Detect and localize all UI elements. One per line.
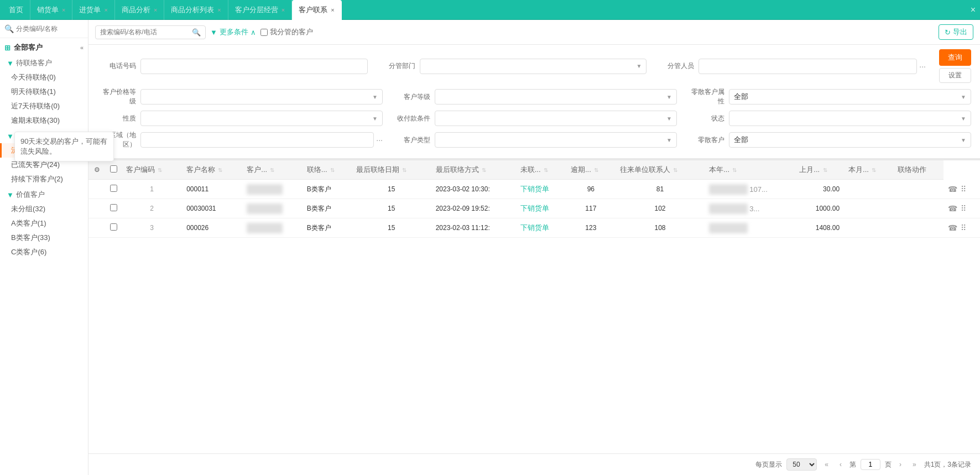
sidebar-item-today-contact[interactable]: 今天待联络(0) <box>0 70 88 85</box>
row-last-date-2: 2023-02-03 11:12: <box>431 218 516 238</box>
sidebar-section-pending[interactable]: ▼ 待联络客户 <box>0 55 88 70</box>
tab-close-product-list[interactable]: × <box>217 7 221 13</box>
sidebar-section-value[interactable]: ▼ 价值客户 <box>0 186 88 202</box>
per-page-select[interactable]: 50 100 <box>786 458 817 471</box>
filter-search-button[interactable]: 🔍 <box>192 28 201 36</box>
sort-icon-name[interactable]: ⇅ <box>218 167 222 173</box>
zero-customer-select[interactable]: 全部 ▼ <box>729 132 971 148</box>
gender-select[interactable]: ▼ <box>140 111 383 126</box>
my-customers-check[interactable] <box>260 29 268 36</box>
tab-sales-order[interactable]: 销货单 × <box>30 0 72 20</box>
row-contact-person-2 <box>705 218 795 238</box>
data-table: ⚙ 客户编码 ⇅ 客户名称 ⇅ 客户... <box>88 160 980 238</box>
row-code-1[interactable]: 00030031 <box>182 199 242 218</box>
row-checkbox-0[interactable] <box>110 185 117 192</box>
row-code-2[interactable]: 000026 <box>182 218 242 238</box>
sidebar-item-ungrouped[interactable]: 未分组(32) <box>0 202 88 216</box>
row-action-contact-0[interactable]: ☎ <box>948 185 957 194</box>
sort-icon-this-month[interactable]: ⇅ <box>872 167 876 173</box>
next-page-button[interactable]: › <box>896 460 905 469</box>
tab-customer-contact[interactable]: 客户联系 × <box>292 0 341 20</box>
customer-grade-select[interactable]: ▼ <box>435 89 677 105</box>
sort-icon-contact-count[interactable]: ⇅ <box>330 167 335 173</box>
row-action-contact-1[interactable]: ☎ <box>948 204 957 213</box>
row-last-way-0[interactable]: 下销货单 <box>516 180 566 199</box>
col-header-last-date: 最后联络日期 ⇅ <box>352 160 431 180</box>
tab-close-purchase[interactable]: × <box>104 7 107 13</box>
more-conditions-button[interactable]: ▼ 更多条件 ∧ <box>210 27 256 37</box>
settings-column-header[interactable]: ⚙ <box>88 160 105 180</box>
row-type-2: B类客户 <box>303 218 352 238</box>
payment-select[interactable]: ▼ <box>435 111 677 126</box>
sort-icon-contact-person[interactable]: ⇅ <box>673 167 677 173</box>
dept-select[interactable]: ▼ <box>420 59 647 74</box>
tab-product-list[interactable]: 商品分析列表 × <box>164 0 228 20</box>
first-page-button[interactable]: « <box>821 460 832 469</box>
row-code-0[interactable]: 000011 <box>182 180 242 199</box>
row-action-more-0[interactable]: ⠿ <box>961 185 966 194</box>
region-select[interactable] <box>140 132 374 148</box>
sidebar-item-class-c[interactable]: C类客户(6) <box>0 245 88 259</box>
sort-icon-last-way[interactable]: ⇅ <box>482 167 486 173</box>
sidebar-item-declining[interactable]: 持续下滑客户(2) <box>0 172 88 186</box>
my-customers-checkbox[interactable]: 我分管的客户 <box>260 27 313 37</box>
filter-icon: ▼ <box>210 28 217 36</box>
data-table-wrapper: ⚙ 客户编码 ⇅ 客户名称 ⇅ 客户... <box>88 160 980 453</box>
filter-dept: 分管部门 ▼ <box>377 59 647 74</box>
table-header-row: ⚙ 客户编码 ⇅ 客户名称 ⇅ 客户... <box>88 160 980 180</box>
sidebar-item-class-b[interactable]: B类客户(33) <box>0 231 88 245</box>
region-more-icon[interactable]: ··· <box>376 135 383 144</box>
row-action-more-2[interactable]: ⠿ <box>961 223 966 232</box>
page-number-input[interactable] <box>861 459 880 470</box>
window-close-button[interactable]: × <box>971 5 976 15</box>
last-page-button[interactable]: » <box>909 460 920 469</box>
row-action-more-1[interactable]: ⠿ <box>961 204 966 213</box>
tab-customer-tier[interactable]: 客户分层经营 × <box>228 0 292 20</box>
row-uncontact-2: 123 <box>566 218 616 238</box>
sort-icon-uncontact[interactable]: ⇅ <box>544 167 548 173</box>
tab-close-customer-contact[interactable]: × <box>331 7 334 13</box>
customer-type-select[interactable]: ▼ <box>435 132 677 148</box>
select-all-checkbox[interactable] <box>110 165 117 173</box>
sort-icon-overdue[interactable]: ⇅ <box>594 167 598 173</box>
gender-arrow: ▼ <box>372 116 378 122</box>
tab-home[interactable]: 首页 <box>4 0 30 20</box>
tab-close-sales[interactable]: × <box>62 7 65 13</box>
row-last-way-1[interactable]: 下销货单 <box>516 199 566 218</box>
zero-attr-select[interactable]: 全部 ▼ <box>729 89 971 105</box>
filter-search-input[interactable] <box>100 28 192 36</box>
table-row: 1 000011 B类客户 15 2023-03-02 10:30: 下销货单 … <box>88 180 980 199</box>
prev-page-button[interactable]: ‹ <box>836 460 845 469</box>
sort-icon-last-month[interactable]: ⇅ <box>823 167 827 173</box>
row-action-contact-2[interactable]: ☎ <box>948 223 957 232</box>
checkbox-column-header[interactable] <box>105 160 122 180</box>
sort-icon-this-year[interactable]: ⇅ <box>732 167 737 173</box>
settings-button[interactable]: 设置 <box>939 68 971 83</box>
sidebar-item-tomorrow-contact[interactable]: 明天待联络(1) <box>0 85 88 99</box>
query-button[interactable]: 查询 <box>939 49 971 66</box>
sort-icon-last-date[interactable]: ⇅ <box>402 167 406 173</box>
row-checkbox-2[interactable] <box>110 223 117 231</box>
sort-icon-type[interactable]: ⇅ <box>270 167 274 173</box>
row-checkbox-1[interactable] <box>110 204 117 211</box>
filter-panel: 电话号码 分管部门 ▼ 分管人员 <box>88 45 980 160</box>
table-row: 2 00030031 B类客户 15 2023-02-09 19:52: 下销货… <box>88 199 980 218</box>
tab-purchase[interactable]: 进货单 × <box>72 0 114 20</box>
sidebar-search-input[interactable] <box>16 25 84 33</box>
sidebar-item-overdue-contact[interactable]: 逾期未联络(30) <box>0 113 88 128</box>
row-last-way-2[interactable]: 下销货单 <box>516 218 566 238</box>
export-button[interactable]: ↻ 导出 <box>939 24 973 40</box>
tab-close-customer-tier[interactable]: × <box>282 7 285 13</box>
price-grade-select[interactable]: ▼ <box>140 89 383 105</box>
person-select[interactable] <box>698 59 917 74</box>
status-select[interactable]: ▼ <box>729 111 971 126</box>
row-actions-1: ☎ ⠿ <box>943 199 980 218</box>
phone-input[interactable] <box>140 59 368 74</box>
tab-close-product-analysis[interactable]: × <box>154 7 157 13</box>
person-more-icon[interactable]: ··· <box>919 62 926 71</box>
tab-product-analysis[interactable]: 商品分析 × <box>115 0 164 20</box>
sidebar-all-customers[interactable]: ⊞ 全部客户 « <box>0 38 88 55</box>
sort-icon-code[interactable]: ⇅ <box>158 167 162 173</box>
sidebar-item-class-a[interactable]: A类客户(1) <box>0 216 88 231</box>
sidebar-item-7day-contact[interactable]: 近7天待联络(0) <box>0 99 88 113</box>
